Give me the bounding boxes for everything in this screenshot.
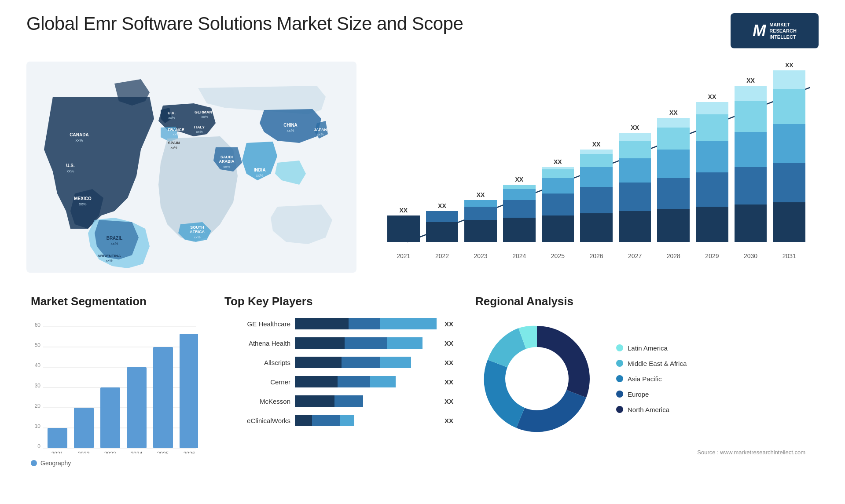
regional-analysis-section: Regional Analysis	[467, 290, 819, 484]
bar-segment	[696, 114, 728, 141]
bar-group-2023: XX	[464, 191, 497, 242]
svg-text:60: 60	[35, 322, 41, 328]
market-seg-title: Market Segmentation	[31, 295, 202, 308]
key-players-title: Top Key Players	[224, 295, 453, 308]
bar-segment	[542, 215, 574, 242]
bar-stack	[426, 211, 459, 242]
svg-text:JAPAN: JAPAN	[314, 128, 327, 132]
page-title: Global Emr Software Solutions Market Siz…	[26, 13, 463, 34]
player-row-4: McKessonXX	[224, 394, 453, 408]
player-bar-wrap-5	[295, 414, 437, 427]
legend-color-na	[616, 406, 623, 413]
player-bar-wrap-3	[295, 375, 437, 388]
svg-text:40: 40	[35, 362, 41, 369]
market-segmentation: Market Segmentation 0 10 20 30 40 50 60	[26, 290, 211, 484]
x-label-2021: 2021	[387, 252, 420, 259]
seg-legend-label: Geography	[40, 460, 71, 467]
player-bar-segment	[345, 337, 387, 349]
players-list: GE HealthcareXXAthena HealthXXAllscripts…	[224, 317, 453, 427]
bar-group-2031: XX	[773, 62, 805, 242]
svg-text:xx%: xx%	[317, 132, 323, 136]
header: Global Emr Software Solutions Market Siz…	[26, 13, 819, 48]
regional-legend: Latin America Middle East & Africa Asia …	[616, 344, 687, 413]
player-row-2: AllscriptsXX	[224, 356, 453, 369]
bar-segment	[580, 154, 613, 167]
bar-segment	[464, 220, 497, 242]
player-bar-segment	[312, 415, 340, 426]
player-row-0: GE HealthcareXX	[224, 317, 453, 330]
player-name-2: Allscripts	[224, 359, 290, 366]
svg-text:SPAIN: SPAIN	[168, 141, 180, 145]
player-bar-segment	[295, 395, 334, 407]
svg-text:ARABIA: ARABIA	[219, 159, 235, 164]
svg-text:2023: 2023	[104, 451, 116, 453]
player-bar-segment	[387, 337, 422, 349]
bar-group-2026: XX	[580, 141, 613, 242]
bar-top-label: XX	[708, 93, 716, 100]
svg-text:INDIA: INDIA	[254, 168, 265, 172]
svg-point-61	[505, 347, 569, 410]
seg-legend-dot	[31, 460, 37, 466]
bar-segment	[735, 86, 767, 101]
bar-stack	[464, 200, 497, 242]
player-row-1: Athena HealthXX	[224, 336, 453, 350]
bar-segment	[619, 133, 651, 141]
bar-segment	[503, 185, 536, 189]
bar-segment	[580, 150, 613, 154]
bar-segment	[657, 209, 690, 242]
svg-text:20: 20	[35, 403, 41, 409]
bar-stack	[773, 70, 805, 242]
svg-rect-51	[100, 387, 120, 448]
bar-segment	[696, 102, 728, 114]
bar-chart-wrapper: XXXXXXXXXXXXXXXXXXXXXX 20212022202320242…	[383, 70, 810, 264]
svg-text:BRAZIL: BRAZIL	[107, 236, 123, 241]
logo-box: M MARKET RESEARCH INTELLECT	[731, 13, 819, 48]
svg-text:2021: 2021	[51, 451, 63, 453]
bar-top-label: XX	[477, 191, 485, 198]
player-value-3: XX	[445, 378, 453, 386]
player-bar-wrap-2	[295, 356, 437, 369]
legend-item-apac: Asia Pacific	[616, 375, 687, 383]
player-value-0: XX	[445, 320, 453, 328]
player-row-5: eClinicalWorksXX	[224, 414, 453, 427]
svg-text:30: 30	[35, 383, 41, 389]
bar-segment	[657, 178, 690, 209]
bar-segment	[503, 200, 536, 218]
svg-text:MEXICO: MEXICO	[74, 196, 92, 201]
bar-segment	[696, 172, 728, 207]
player-bar-segment	[295, 357, 342, 368]
bar-stack	[503, 185, 536, 242]
svg-rect-54	[180, 334, 198, 448]
svg-text:xx%: xx%	[75, 138, 83, 142]
bar-top-label: XX	[631, 124, 639, 131]
page-container: Global Emr Software Solutions Market Siz…	[0, 0, 845, 504]
svg-text:xx%: xx%	[79, 202, 86, 206]
player-bar-wrap-1	[295, 336, 437, 350]
bar-segment	[773, 70, 805, 89]
bar-segment	[773, 163, 805, 202]
player-bar-segment	[295, 337, 345, 349]
bar-segment	[619, 183, 651, 211]
legend-label-europe: Europe	[628, 391, 649, 398]
svg-text:CANADA: CANADA	[70, 132, 88, 137]
seg-chart-svg: 0 10 20 30 40 50 60	[31, 317, 198, 453]
bar-top-label: XX	[515, 176, 523, 183]
key-players-section: Top Key Players GE HealthcareXXAthena He…	[211, 290, 467, 484]
x-label-2022: 2022	[426, 252, 459, 259]
legend-color-apac	[616, 375, 623, 382]
bar-segment	[503, 189, 536, 200]
svg-text:xx%: xx%	[170, 146, 177, 150]
bar-segment	[657, 150, 690, 178]
svg-text:0: 0	[37, 443, 40, 449]
x-axis: 2021202220232024202520262027202820292030…	[383, 252, 810, 259]
svg-text:2022: 2022	[78, 451, 90, 453]
bar-segment	[619, 211, 651, 242]
bar-stack	[696, 102, 728, 242]
bar-segment	[542, 178, 574, 194]
x-label-2026: 2026	[580, 252, 613, 259]
bar-top-label: XX	[438, 202, 446, 209]
svg-text:SOUTH: SOUTH	[190, 225, 204, 230]
x-label-2028: 2028	[657, 252, 690, 259]
bar-chart-container: XXXXXXXXXXXXXXXXXXXXXX 20212022202320242…	[374, 62, 819, 273]
svg-text:ITALY: ITALY	[194, 125, 205, 129]
